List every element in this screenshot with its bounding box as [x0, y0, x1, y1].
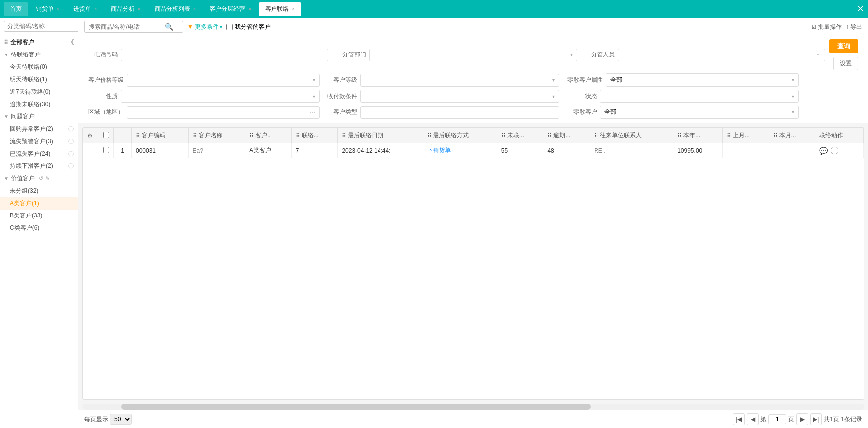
- window-close-icon[interactable]: ✕: [857, 3, 864, 14]
- filter-cell-custtype: 客户类型: [324, 106, 563, 119]
- sidebar-collapse-icon[interactable]: 《: [68, 38, 74, 47]
- export-label: 导出: [850, 23, 862, 31]
- sidebar-item-declining[interactable]: 持续下滑客户(2) ⓘ: [0, 160, 78, 172]
- filter-search-input[interactable]: [89, 23, 163, 30]
- page-last-btn[interactable]: ▶|: [810, 413, 822, 425]
- customer-mgmt-label: 客户分层经营: [210, 5, 245, 13]
- sidebar-item-abnormal[interactable]: 回购异常客户(2) ⓘ: [0, 123, 78, 135]
- filter-cell-retailcust: 零散客户 全部 ▾: [563, 106, 803, 119]
- close-analysis[interactable]: ×: [138, 6, 141, 12]
- filter-search-icon[interactable]: 🔍: [165, 23, 173, 31]
- th-action: 联络动作: [815, 128, 864, 143]
- sidebar-item-c-class[interactable]: C类客户(6): [0, 222, 78, 234]
- my-customers-label: 我分管的客户: [235, 23, 271, 31]
- my-customers-filter[interactable]: 我分管的客户: [226, 23, 271, 31]
- person-label: 分管人员: [585, 51, 615, 59]
- query-button[interactable]: 查询: [829, 39, 858, 53]
- row-overdue: 48: [547, 147, 554, 154]
- filter-more-btn[interactable]: ▼ 更多条件 ▾: [187, 23, 222, 31]
- sidebar-item-7days[interactable]: 近7天待联络(0): [0, 86, 78, 98]
- info-icon-declining: ⓘ: [68, 162, 74, 170]
- per-page-select[interactable]: 50: [110, 414, 132, 425]
- nav-tab-customer-mgmt[interactable]: 客户分层经营 ×: [204, 2, 257, 16]
- dept-select[interactable]: ▾: [369, 49, 577, 61]
- row-num-cell: 1: [114, 143, 132, 158]
- pricelevel-select[interactable]: ▾: [127, 74, 320, 87]
- gear-icon[interactable]: ⚙: [87, 132, 93, 139]
- page-number-input[interactable]: [768, 414, 786, 424]
- edit-icon[interactable]: ✎: [45, 175, 50, 182]
- nav-tab-sales[interactable]: 销货单 ×: [30, 2, 65, 16]
- sidebar-item-b-class[interactable]: B类客户(33): [0, 210, 78, 222]
- setting-button[interactable]: 设置: [833, 57, 858, 70]
- close-purchase[interactable]: ×: [94, 6, 97, 12]
- batch-op-btn[interactable]: ☑ 批量操作: [812, 23, 842, 31]
- customer-table: ⚙ ⠿ 客户编码: [83, 128, 864, 158]
- th-name: ⠿ 客户名称: [188, 128, 245, 143]
- home-label: 首页: [10, 5, 22, 13]
- close-sales[interactable]: ×: [56, 6, 59, 12]
- retailattr-value: 全部: [610, 76, 622, 84]
- person-select[interactable]: ···: [618, 49, 825, 61]
- row-name-cell: Ea?: [188, 143, 245, 158]
- th-overdue: ⠿ 逾期...: [543, 128, 590, 143]
- table-footer: 每页显示 50 |◀ ◀ 第 页 ▶ ▶| 共1页 1条记录: [78, 410, 868, 428]
- payterm-label: 收付款条件: [327, 92, 357, 101]
- customer-contact-label: 客户联络: [265, 5, 289, 13]
- refresh-icon[interactable]: ↺: [39, 175, 43, 182]
- status-select[interactable]: ▾: [600, 90, 799, 103]
- sidebar-item-tomorrow[interactable]: 明天待联络(1): [0, 73, 78, 86]
- row-chat-icon[interactable]: 💬: [819, 147, 828, 155]
- select-all-checkbox[interactable]: [103, 132, 109, 138]
- retailcust-select[interactable]: 全部 ▾: [600, 106, 799, 119]
- payterm-select[interactable]: ▾: [360, 90, 559, 103]
- close-analysis-list[interactable]: ×: [193, 6, 196, 12]
- th-lastdate: ⠿ 最后联络日期: [338, 128, 423, 143]
- export-btn[interactable]: ↑ 导出: [846, 23, 862, 31]
- sidebar-item-a-class[interactable]: A类客户(1): [0, 197, 78, 210]
- close-customer-contact[interactable]: ×: [292, 6, 295, 12]
- row-checkbox[interactable]: [103, 147, 109, 153]
- sidebar-item-overdue[interactable]: 逾期未联络(30): [0, 98, 78, 110]
- phone-input[interactable]: [121, 49, 328, 61]
- row-lastmethod[interactable]: 下销货单: [427, 147, 451, 154]
- sidebar-search-input[interactable]: [4, 21, 78, 32]
- row-uncontacted-cell: 55: [497, 143, 543, 158]
- custlevel-select[interactable]: ▾: [360, 74, 559, 87]
- nav-tab-purchase[interactable]: 进货单 ×: [67, 2, 103, 16]
- th-num: [114, 128, 132, 143]
- all-customers-label: 全部客户: [10, 38, 34, 47]
- horizontal-scrollbar[interactable]: [82, 404, 864, 410]
- page-first-btn[interactable]: |◀: [733, 413, 745, 425]
- page-prev-btn[interactable]: ◀: [747, 413, 759, 425]
- nature-select[interactable]: ▾: [121, 90, 320, 103]
- sidebar-group-pending-header[interactable]: ▼ 待联络客户: [0, 49, 78, 61]
- sidebar-item-churn-warning[interactable]: 流失预警客户(3) ⓘ: [0, 135, 78, 148]
- th-contactperson-sort: ⠿: [594, 132, 598, 139]
- filter-row-1: 电话号码 分管部门 ▾ 分管人员 ···: [84, 39, 862, 70]
- sidebar-item-today[interactable]: 今天待联络(0): [0, 61, 78, 73]
- close-customer-mgmt[interactable]: ×: [248, 6, 251, 12]
- chevron-down-icon: ▾: [220, 24, 222, 30]
- sidebar-group-value-header[interactable]: ▼ 价值客户 ↺ ✎: [0, 172, 78, 185]
- pricelevel-label: 客户价格等级: [88, 76, 124, 84]
- retailattr-select[interactable]: 全部 ▾: [606, 73, 799, 87]
- sidebar-item-churned[interactable]: 已流失客户(24) ⓘ: [0, 148, 78, 160]
- filter-cell-dept: 分管部门 ▾: [332, 49, 581, 61]
- row-link-icon[interactable]: ⛶: [831, 147, 838, 155]
- nav-tab-analysis-list[interactable]: 商品分析列表 ×: [149, 2, 202, 16]
- custtype-select[interactable]: [360, 106, 559, 119]
- page-next-btn[interactable]: ▶: [796, 413, 808, 425]
- pending-group-label: 待联络客户: [11, 51, 41, 59]
- my-customers-checkbox[interactable]: [226, 24, 233, 30]
- nav-tab-analysis[interactable]: 商品分析 ×: [105, 2, 147, 16]
- th-lastmethod: ⠿ 最后联络方式: [423, 128, 497, 143]
- nav-tab-customer-contact[interactable]: 客户联络 ×: [259, 2, 301, 16]
- sidebar-group-problem-header[interactable]: ▼ 问题客户: [0, 110, 78, 123]
- sidebar-item-ungrouped[interactable]: 未分组(32): [0, 185, 78, 197]
- region-select[interactable]: ···: [127, 106, 320, 119]
- nav-tab-home[interactable]: 首页: [4, 2, 28, 16]
- sales-label: 销货单: [36, 5, 54, 13]
- row-uncontacted: 55: [501, 147, 508, 154]
- filter-cell-custlevel: 客户等级 ▾: [324, 74, 563, 87]
